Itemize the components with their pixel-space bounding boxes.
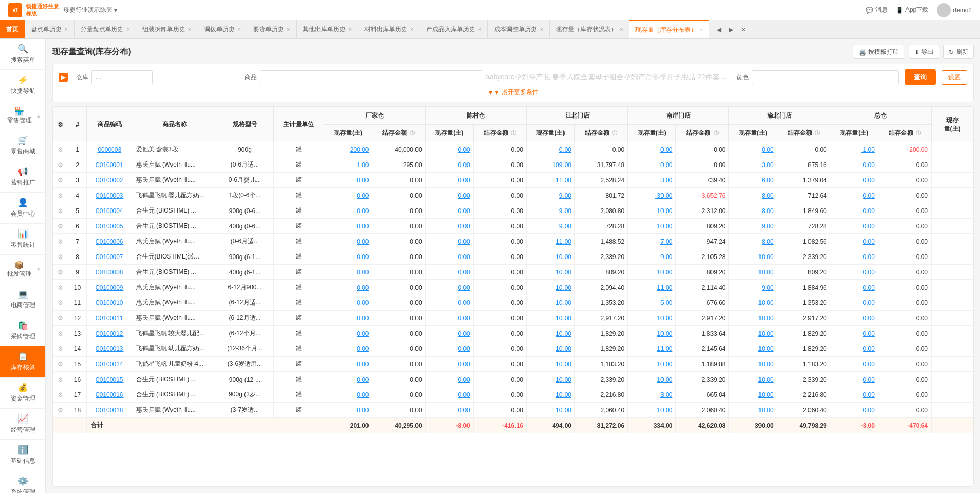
close-icon[interactable]: × <box>410 27 413 32</box>
expand-conditions-btn[interactable]: ▼▼ 展开更多条件 <box>483 88 543 97</box>
sidebar-item-finance[interactable]: 💰 资金管理 <box>0 378 45 409</box>
message-action[interactable]: 💬 消息 <box>866 6 888 14</box>
gear-cell[interactable]: ⚙ <box>53 173 68 188</box>
tab-split-check[interactable]: 分量盘点单历史 × <box>75 20 136 39</box>
num-cell: 16 <box>68 372 87 387</box>
page-actions: 🖨️ 按模板打印 ⬇ 导出 ↻ 刷新 <box>853 45 974 59</box>
gear-cell[interactable]: ⚙ <box>53 188 68 203</box>
tab-stock-status[interactable]: 现存量（库存状况表） × <box>550 20 630 39</box>
export-button[interactable]: ⬇ 导出 <box>909 45 939 59</box>
code-cell: 00100005 <box>87 219 133 234</box>
tab-close-all-btn[interactable]: ✕ <box>738 25 748 35</box>
tab-stock-dist[interactable]: 现存量（库存分布表） × <box>629 20 709 39</box>
close-icon[interactable]: × <box>700 27 703 33</box>
gear-cell[interactable]: ⚙ <box>53 403 68 418</box>
sidebar-item-nav[interactable]: ⚡ 快捷导航 <box>0 70 45 101</box>
gear-cell[interactable]: ⚙ <box>53 295 68 311</box>
yubei-stock-cell: 3.00 <box>729 157 777 173</box>
gear-cell[interactable]: ⚙ <box>53 387 68 403</box>
extra-cell <box>932 295 973 311</box>
sidebar-item-inventory[interactable]: 📋 库存核算 <box>0 346 45 378</box>
sidebar-item-system[interactable]: ⚙️ 系统管理 <box>0 471 45 493</box>
tab-material-out[interactable]: 材料出库单历史 × <box>358 20 420 39</box>
sidebar-label: 系统管理 <box>11 488 35 493</box>
nanan-amount-cell: 1,189.88 <box>676 357 729 372</box>
gear-cell[interactable]: ⚙ <box>53 142 68 157</box>
app-download-action[interactable]: 📱 App下载 <box>896 6 928 14</box>
tab-expand-btn[interactable]: ⛶ <box>750 25 761 35</box>
tab-next-btn[interactable]: ▶ <box>726 25 736 35</box>
gear-cell[interactable]: ⚙ <box>53 234 68 249</box>
tab-transfer[interactable]: 调拨单历史 × <box>198 20 248 39</box>
factory-amount-cell: 0.00 <box>372 265 425 280</box>
query-button[interactable]: 查询 <box>905 69 936 85</box>
table-row: ⚙ 16 00100015 合生元 (BIOSTIME) ... 900g (1… <box>53 372 973 387</box>
close-icon[interactable]: × <box>478 27 481 32</box>
yubei-stock-cell: 10.00 <box>729 326 777 341</box>
print-button[interactable]: 🖨️ 按模板打印 <box>853 45 904 59</box>
close-icon[interactable]: × <box>238 27 241 32</box>
sidebar-item-marketing[interactable]: 📢 营销推广 <box>0 161 45 193</box>
gear-cell[interactable]: ⚙ <box>53 249 68 265</box>
sidebar-item-purchase[interactable]: 🛍️ 采购管理 <box>0 315 45 346</box>
tab-home[interactable]: 首页 <box>0 20 25 39</box>
factory-amount-cell: 0.00 <box>372 234 425 249</box>
gear-cell[interactable]: ⚙ <box>53 157 68 173</box>
tab-cost-adj[interactable]: 成本调整单历史 × <box>488 20 550 39</box>
jiangbei-stock-cell: 9.00 <box>526 203 574 219</box>
gear-cell[interactable]: ⚙ <box>53 219 68 234</box>
sidebar-item-search[interactable]: 🔍 搜索英单 <box>0 39 45 70</box>
sidebar-item-basic[interactable]: ℹ️ 基础信息 <box>0 440 45 471</box>
close-icon[interactable]: × <box>188 27 191 32</box>
system-icon: ⚙️ <box>18 476 28 486</box>
sidebar-item-retail-stats[interactable]: 📊 零售统计 <box>0 224 45 255</box>
name-cell: 惠氏启赋 (Wyeth illu... <box>133 173 216 188</box>
tenant-selector[interactable]: 母婴行业演示陈套 ▾ <box>63 6 117 14</box>
gear-cell[interactable]: ⚙ <box>53 341 68 357</box>
gear-cell[interactable]: ⚙ <box>53 265 68 280</box>
tab-order[interactable]: 要货单历史 × <box>247 20 297 39</box>
gear-cell[interactable]: ⚙ <box>53 372 68 387</box>
sidebar-item-retail-mgmt[interactable]: 🏪 零售管理 ▲ <box>0 101 45 130</box>
expand-icon-btn[interactable]: ▶ <box>59 73 68 82</box>
sidebar-item-member[interactable]: 👤 会员中心 <box>0 193 45 224</box>
extra-cell <box>932 203 973 219</box>
refresh-button[interactable]: ↻ 刷新 <box>943 45 974 59</box>
setting-button[interactable]: 设置 <box>942 70 967 85</box>
gear-cell[interactable]: ⚙ <box>53 326 68 341</box>
sidebar-label: 会员中心 <box>11 209 35 218</box>
sidebar-item-operations[interactable]: 📈 经营管理 <box>0 409 45 440</box>
sidebar-item-ecommerce[interactable]: 💻 电商管理 <box>0 284 45 315</box>
gear-cell[interactable]: ⚙ <box>53 311 68 326</box>
num-cell: 1 <box>68 142 87 157</box>
close-icon[interactable]: × <box>349 27 352 32</box>
close-icon[interactable]: × <box>287 27 290 32</box>
product-input[interactable] <box>260 70 482 84</box>
gear-cell[interactable]: ⚙ <box>53 357 68 372</box>
close-icon[interactable]: × <box>620 27 623 32</box>
color-input[interactable] <box>752 70 899 84</box>
summary-total-stock: -3.00 <box>830 418 878 433</box>
gear-cell[interactable]: ⚙ <box>53 280 68 295</box>
close-icon[interactable]: × <box>127 27 130 32</box>
unit-cell: 罐 <box>273 157 324 173</box>
num-cell: 4 <box>68 188 87 203</box>
user-area[interactable]: demo2 <box>937 3 972 17</box>
total-stock-cell: 0.00 <box>830 403 878 418</box>
sidebar-item-wholesale[interactable]: 📦 批发管理 ▼ <box>0 255 45 284</box>
tab-assembly[interactable]: 组装拆卸单历史 × <box>136 20 198 39</box>
tab-other-out[interactable]: 其他出库单历史 × <box>297 20 358 39</box>
warehouse-input[interactable] <box>91 70 153 84</box>
num-cell: 14 <box>68 341 87 357</box>
yubei-amount-cell: 1,884.96 <box>777 280 830 295</box>
sidebar-item-mall[interactable]: 🛒 零售商城 <box>0 130 45 161</box>
tab-prev-btn[interactable]: ◀ <box>714 25 724 35</box>
close-icon[interactable]: × <box>65 27 68 32</box>
jiangbei-amount-cell: 2,060.40 <box>575 403 628 418</box>
gear-cell[interactable]: ⚙ <box>53 203 68 219</box>
tab-product-in[interactable]: 产成品入库单历史 × <box>420 20 488 39</box>
tab-inventory-check[interactable]: 盘点单历史 × <box>25 20 75 39</box>
jiangbei-amount-cell: 1,488.52 <box>575 234 628 249</box>
close-icon[interactable]: × <box>540 27 543 32</box>
extra-cell <box>932 357 973 372</box>
